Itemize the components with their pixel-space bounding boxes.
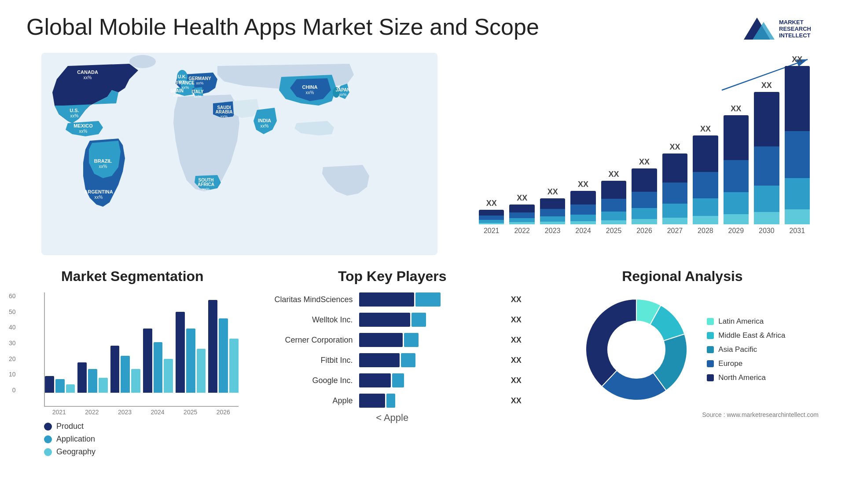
svg-text:xx%: xx% <box>99 164 107 169</box>
legend-label: Application <box>56 435 95 444</box>
seg-group <box>110 346 140 393</box>
svg-text:ITALY: ITALY <box>191 89 204 94</box>
seg-group <box>208 300 238 393</box>
bar-top-label: XX <box>639 157 650 167</box>
reg-legend-dot <box>707 374 714 381</box>
players-title: Top Key Players <box>256 268 529 285</box>
bar-x-label: 2031 <box>785 227 810 235</box>
player-name: Fitbit Inc. <box>256 356 353 365</box>
bar-segment <box>693 198 718 216</box>
seg-bar <box>219 318 228 393</box>
svg-text:MEXICO: MEXICO <box>73 123 93 128</box>
seg-chart <box>44 292 239 407</box>
donut-svg <box>579 292 694 407</box>
svg-text:xx%: xx% <box>79 129 88 134</box>
bar-segment <box>754 92 779 146</box>
seg-x-label: 2026 <box>208 409 239 416</box>
seg-x-label: 2021 <box>44 409 74 416</box>
seg-y-label: 40 <box>9 324 16 331</box>
bar-stack <box>662 153 687 224</box>
bar-stack <box>570 191 595 224</box>
segmentation-title: Market Segmentation <box>26 268 239 285</box>
bar-segment <box>601 212 626 220</box>
player-value: XX <box>511 336 529 345</box>
bar-segment <box>479 210 504 215</box>
bar-x-label: 2024 <box>570 227 595 235</box>
seg-y-label: 30 <box>9 340 16 347</box>
seg-group <box>77 362 107 393</box>
svg-text:INTELLECT: INTELLECT <box>779 32 811 39</box>
reg-legend-item: Asia Pacific <box>707 345 785 354</box>
player-value: XX <box>511 295 529 304</box>
bar-top-label: XX <box>609 170 619 179</box>
svg-text:xx%: xx% <box>173 93 180 98</box>
bar-x-label: 2029 <box>724 227 749 235</box>
bar-stack <box>479 210 504 224</box>
player-name: Apple <box>256 396 353 405</box>
bar-group: XX <box>724 104 749 224</box>
bar-segment <box>662 218 687 224</box>
seg-legend: ProductApplicationGeography <box>44 422 239 457</box>
player-bar-light <box>392 373 404 387</box>
player-bar-light <box>411 313 426 327</box>
svg-text:SPAIN: SPAIN <box>170 88 184 93</box>
svg-text:CHINA: CHINA <box>302 84 318 90</box>
bar-x-label: 2027 <box>662 227 687 235</box>
page-title: Global Mobile Health Apps Market Size an… <box>26 13 539 40</box>
bar-top-label: XX <box>517 194 527 203</box>
svg-text:xx%: xx% <box>261 124 269 128</box>
seg-bar <box>176 312 185 393</box>
svg-text:U.S.: U.S. <box>70 108 79 113</box>
bar-segment <box>632 168 657 192</box>
bar-chart-container: XXXXXXXXXXXXXXXXXXXXXX 20212022202320242… <box>470 53 819 255</box>
bar-segment <box>570 215 595 221</box>
svg-text:ARGENTINA: ARGENTINA <box>84 189 113 194</box>
bar-segment <box>540 216 565 222</box>
svg-point-44 <box>609 322 664 377</box>
seg-bar <box>66 384 75 393</box>
player-bar-light <box>415 292 440 307</box>
seg-bar <box>143 329 152 393</box>
bar-segment <box>570 205 595 214</box>
reg-legend-label: Asia Pacific <box>718 345 757 354</box>
seg-x-label: 2024 <box>143 409 173 416</box>
regional-content: Latin AmericaMiddle East & AfricaAsia Pa… <box>546 292 819 407</box>
logo-area: MARKET RESEARCH INTELLECT <box>739 13 819 44</box>
bar-group: XX <box>632 157 657 224</box>
bar-group: XX <box>785 55 810 224</box>
player-value: XX <box>511 356 529 365</box>
bar-chart-area: XXXXXXXXXXXXXXXXXXXXXX <box>479 57 810 224</box>
player-value: XX <box>511 376 529 385</box>
player-bar-dark <box>359 333 403 347</box>
key-players-section: Top Key Players Claritas MindSciencesXXW… <box>256 268 529 457</box>
bar-segment <box>785 209 810 224</box>
seg-legend-item: Application <box>44 435 239 444</box>
svg-text:xx%: xx% <box>194 94 201 99</box>
seg-x-label: 2025 <box>175 409 206 416</box>
players-list: Claritas MindSciencesXXWelltok Inc.XXCer… <box>256 292 529 408</box>
bar-segment <box>754 212 779 224</box>
player-bar-light <box>404 333 419 347</box>
bar-x-label: 2021 <box>479 227 504 235</box>
legend-dot <box>44 423 52 431</box>
seg-bar <box>197 349 206 393</box>
seg-bar <box>99 378 108 393</box>
bar-segment <box>540 198 565 209</box>
bar-stack <box>724 115 749 224</box>
seg-bar <box>55 379 65 393</box>
map-section: CANADA xx% U.S. xx% MEXICO xx% BRAZIL xx… <box>26 53 452 255</box>
regional-legend: Latin AmericaMiddle East & AfricaAsia Pa… <box>707 317 785 382</box>
reg-legend-dot <box>707 332 714 339</box>
player-bar-dark <box>359 292 415 307</box>
legend-label: Geography <box>56 447 96 457</box>
bar-segment <box>601 181 626 199</box>
svg-text:xx%: xx% <box>339 92 346 97</box>
svg-text:CANADA: CANADA <box>77 69 98 75</box>
player-value: XX <box>511 315 529 325</box>
bottom-row: Market Segmentation 6050403020100 202120… <box>26 268 819 457</box>
bar-x-label: 2022 <box>509 227 534 235</box>
bar-segment <box>693 135 718 172</box>
bar-segment <box>785 131 810 178</box>
seg-legend-item: Product <box>44 422 239 431</box>
player-bar-dark <box>359 394 386 408</box>
